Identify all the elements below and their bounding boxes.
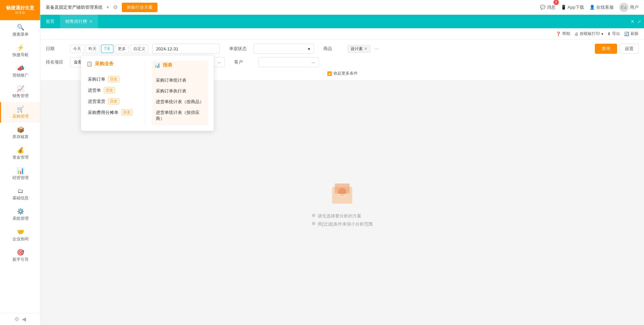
purchase-return-label: 进货退货 [88,98,105,105]
message-label: 消息 [547,4,556,10]
tab-sales-rank[interactable]: 销售排行榜 ✕ [60,15,98,28]
doc-status-select[interactable]: ▾ [253,44,314,54]
settings-icon[interactable]: ⚙ [113,4,118,10]
customer-select[interactable]: ··· [258,57,319,67]
collapse-btn[interactable]: 🔼 收起更多条件 [327,71,358,76]
online-service-btn[interactable]: 👤 在线客服 [589,4,614,10]
empty-illustration [322,177,362,210]
sidebar-item-label: 库存核算 [12,134,29,140]
sidebar-item-label: 搜索菜单 [12,32,29,37]
sidebar-item-guide[interactable]: 🎯 新手引导 [0,245,40,266]
app-download-label: App下载 [568,4,584,10]
report-title-label: 报表 [163,62,172,68]
sidebar-item-label: 营销推广 [12,73,29,78]
collab-icon: 🤝 [17,228,24,236]
settings-btn[interactable]: 设置 [620,44,639,54]
tab-close-icon[interactable]: ✕ [89,19,93,24]
doc-status-arrow-icon: ▾ [308,46,310,51]
report-order-exec-label: 采购订单执行表 [156,88,186,94]
purchase-expense-item[interactable]: 采购费用分摊单 历史 [86,107,138,118]
hint-num-1: ❶ [312,213,316,218]
logo-text: 畅捷通好生意 [6,5,34,11]
print-icon: 🖨 [574,32,578,36]
export-icon: ⬆ [607,32,611,36]
avatar-text: Ea [621,5,627,10]
hint-num-2: ❷ [312,221,316,226]
sidebar-item-system[interactable]: ⚙️ 系统管理 [0,204,40,225]
sidebar-item-inventory[interactable]: 📦 库存核算 [0,123,40,143]
date-yesterday-btn[interactable]: 昨天 [85,45,100,53]
purchase-title-icon: 📋 [86,61,92,67]
purchase-order-item[interactable]: 采购订单 历史 [86,74,138,85]
tab-close-btn[interactable]: ✕ [631,19,635,24]
rank-label: 排名项目 [46,59,66,65]
purchase-order-history-badge: 历史 [108,76,119,82]
query-btn[interactable]: 查询 [595,44,617,54]
date-today-btn[interactable]: 今天 [70,45,84,53]
tab-bar: 首页 销售排行榜 ✕ ✕ ⤢ [40,15,644,28]
sidebar-item-quicknav[interactable]: ⚡ 快捷导航 [0,41,40,61]
date-7days-btn[interactable]: 7天 [101,45,113,53]
salesman-dots-icon[interactable]: ··· [217,60,221,65]
dropdown-menu: 📋 采购业务 采购订单 历史 进货单 历史 进货退货 历史 采购费用分摊单 [81,55,214,131]
print-btn[interactable]: 🖨 按模板打印 ▾ [574,31,603,37]
sidebar-item-label: 经营管理 [12,175,29,181]
report-receipt-supplier-label: 进货单统计表（按供应商） [156,110,205,122]
content-area: ❓ 帮助 🖨 按模板打印 ▾ ⬆ 导出 🔄 刷新 [40,28,644,325]
svg-rect-3 [338,194,346,195]
sidebar-bottom: ⚙ ◀ [0,313,40,325]
report-receipt-goods-item[interactable]: 进货单统计表（按商品） [154,96,206,107]
sidebar-item-basicinfo[interactable]: 🗂 基础信息 [0,184,40,204]
help-icon: ❓ [556,32,561,36]
dropdown-arrow-icon[interactable]: ▾ [107,5,109,10]
sidebar-item-purchase[interactable]: 🛒 采购管理 [0,102,40,123]
print-arrow-icon[interactable]: ▾ [601,32,603,36]
goods-tag-close-icon[interactable]: ✕ [364,46,367,51]
sidebar-item-label: 采购管理 [12,114,29,119]
report-order-stats-item[interactable]: 采购订单统计表 [154,75,206,86]
refresh-btn[interactable]: 🔄 刷新 [624,31,639,37]
sidebar-item-marketing[interactable]: 📣 营销推广 [0,61,40,82]
tab-home[interactable]: 首页 [40,15,60,28]
goods-tag[interactable]: 设计素 ✕ [348,45,370,53]
sidebar-item-finance[interactable]: 💰 资金管理 [0,143,40,164]
top-header: 装备及固定资产辅助管理系统 ▾ ⚙ 体验行业方案 💬 9 消息 📱 App下载 … [40,0,644,15]
date-custom-btn[interactable]: 自定义 [130,45,148,53]
purchase-receipt-label: 进货单 [88,87,101,93]
report-order-exec-item[interactable]: 采购订单执行表 [154,86,206,96]
purchase-order-label: 采购订单 [88,76,105,82]
app-download-btn[interactable]: 📱 App下载 [561,4,584,10]
logo-sub: 标准版 [15,10,25,15]
sidebar-item-sales[interactable]: 📈 销售管理 [0,82,40,102]
industry-btn[interactable]: 体验行业方案 [122,3,157,12]
online-service-label: 在线客服 [596,4,614,10]
sidebar-item-label: 基础信息 [12,195,29,201]
report-receipt-supplier-item[interactable]: 进货单统计表（按供应商） [154,107,206,124]
date-more-btn[interactable]: 更多 [115,45,129,53]
date-input[interactable]: 2024-12-31 [152,44,220,54]
sidebar-item-collab[interactable]: 🤝 企业协同 [0,225,40,245]
customer-dots-icon[interactable]: ··· [312,60,315,65]
tab-bar-right: ✕ ⤢ [631,19,644,24]
user-menu[interactable]: Ea 用户 [619,3,639,12]
message-badge: 9 [553,0,559,5]
sidebar-item-search[interactable]: 🔍 搜索菜单 [0,20,40,41]
settings-bottom-icon[interactable]: ⚙ [14,316,19,322]
hint-text-2: 用[过滤]条件来缩小分析范围 [318,221,372,227]
purchase-return-item[interactable]: 进货退货 历史 [86,96,138,107]
dropdown-divider [145,61,145,125]
sidebar-item-operations[interactable]: 📊 经营管理 [0,164,40,184]
purchase-title-label: 采购业务 [95,61,114,67]
tab-expand-btn[interactable]: ⤢ [637,19,641,24]
refresh-label: 刷新 [631,31,639,37]
guide-icon: 🎯 [17,249,24,256]
export-btn[interactable]: ⬆ 导出 [607,31,620,37]
goods-more-icon[interactable]: ··· [374,46,379,52]
hint-text-1: 请先选择要分析的方案 [318,213,361,219]
marketing-icon: 📣 [17,65,24,72]
collapse-sidebar-icon[interactable]: ◀ [22,316,26,322]
message-btn[interactable]: 💬 9 消息 [540,4,556,10]
purchase-receipt-item[interactable]: 进货单 历史 [86,85,138,96]
help-btn[interactable]: ❓ 帮助 [556,31,570,37]
purchase-col: 📋 采购业务 采购订单 历史 进货单 历史 进货退货 历史 采购费用分摊单 [86,61,138,125]
